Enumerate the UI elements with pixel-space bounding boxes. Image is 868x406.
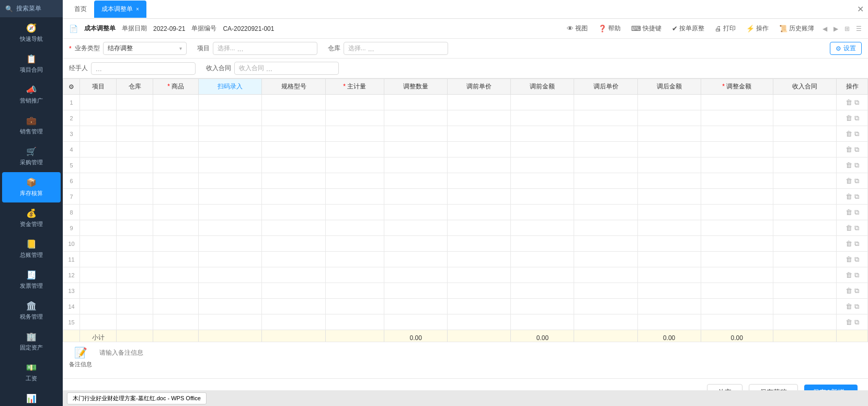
cell-8[interactable] bbox=[511, 110, 574, 126]
cell-10[interactable] bbox=[637, 299, 701, 314]
cell-4[interactable] bbox=[262, 142, 325, 157]
copy-icon[interactable]: ⧉ bbox=[854, 271, 859, 279]
cell-10[interactable] bbox=[637, 283, 701, 299]
cell-7[interactable] bbox=[448, 205, 511, 220]
cell-1[interactable] bbox=[117, 126, 153, 142]
cell-6[interactable] bbox=[384, 220, 448, 236]
cell-5[interactable] bbox=[325, 220, 384, 236]
sidebar-item-finance[interactable]: 💰资金管理 bbox=[2, 203, 61, 233]
cell-4[interactable] bbox=[262, 189, 325, 205]
nav-right-icon[interactable]: ▶ bbox=[833, 25, 838, 32]
cell-12[interactable] bbox=[773, 236, 836, 252]
cell-11[interactable] bbox=[701, 95, 773, 110]
cell-1[interactable] bbox=[117, 95, 153, 110]
cell-8[interactable] bbox=[511, 142, 574, 157]
cell-4[interactable] bbox=[262, 236, 325, 252]
cell-3[interactable] bbox=[199, 142, 262, 157]
cell-7[interactable] bbox=[448, 157, 511, 173]
cell-4[interactable] bbox=[262, 126, 325, 142]
copy-icon[interactable]: ⧉ bbox=[854, 177, 859, 185]
cell-12[interactable] bbox=[773, 314, 836, 330]
cell-1[interactable] bbox=[117, 189, 153, 205]
cell-8[interactable] bbox=[511, 205, 574, 220]
copy-icon[interactable]: ⧉ bbox=[854, 255, 859, 264]
cell-7[interactable] bbox=[448, 220, 511, 236]
notes-input[interactable] bbox=[97, 346, 862, 365]
cell-4[interactable] bbox=[262, 95, 325, 110]
cell-7[interactable] bbox=[448, 173, 511, 189]
delete-icon[interactable]: 🗑 bbox=[846, 98, 852, 107]
cell-11[interactable] bbox=[701, 267, 773, 283]
cell-1[interactable] bbox=[117, 220, 153, 236]
cell-11[interactable] bbox=[701, 142, 773, 157]
cell-1[interactable] bbox=[117, 267, 153, 283]
delete-icon[interactable]: 🗑 bbox=[846, 177, 852, 185]
cell-5[interactable] bbox=[325, 189, 384, 205]
view-btn[interactable]: 👁 视图 bbox=[565, 23, 590, 34]
cell-12[interactable] bbox=[773, 252, 836, 267]
cell-9[interactable] bbox=[574, 205, 637, 220]
delete-icon[interactable]: 🗑 bbox=[846, 302, 852, 311]
cell-3[interactable] bbox=[199, 157, 262, 173]
window-close-icon[interactable]: ✕ bbox=[857, 4, 864, 14]
cell-4[interactable] bbox=[262, 173, 325, 189]
cell-11[interactable] bbox=[701, 205, 773, 220]
cell-6[interactable] bbox=[384, 110, 448, 126]
cell-9[interactable] bbox=[574, 236, 637, 252]
cell-8[interactable] bbox=[511, 252, 574, 267]
cell-5[interactable] bbox=[325, 236, 384, 252]
cell-6[interactable] bbox=[384, 142, 448, 157]
tab-home[interactable]: 首页 bbox=[67, 1, 94, 18]
cell-2[interactable] bbox=[153, 142, 199, 157]
cell-2[interactable] bbox=[153, 220, 199, 236]
cell-6[interactable] bbox=[384, 236, 448, 252]
delete-icon[interactable]: 🗑 bbox=[846, 114, 852, 122]
cell-9[interactable] bbox=[574, 267, 637, 283]
cell-8[interactable] bbox=[511, 173, 574, 189]
sidebar-search[interactable]: 🔍 搜索菜单 bbox=[0, 0, 63, 17]
cell-12[interactable] bbox=[773, 142, 836, 157]
sidebar-item-assets[interactable]: 🏢固定资产 bbox=[2, 326, 61, 357]
cell-9[interactable] bbox=[574, 126, 637, 142]
view-toggle-icon[interactable]: ⊞ bbox=[844, 25, 850, 32]
cell-5[interactable] bbox=[325, 95, 384, 110]
cell-7[interactable] bbox=[448, 252, 511, 267]
cell-5[interactable] bbox=[325, 283, 384, 299]
copy-icon[interactable]: ⧉ bbox=[854, 98, 859, 107]
sidebar-item-ops-mgmt[interactable]: 📊经营管理 bbox=[2, 388, 61, 406]
cell-6[interactable] bbox=[384, 283, 448, 299]
copy-icon[interactable]: ⧉ bbox=[854, 240, 859, 248]
shortcut-btn[interactable]: ⌨ 快捷键 bbox=[629, 23, 664, 34]
cell-7[interactable] bbox=[448, 110, 511, 126]
cell-3[interactable] bbox=[199, 252, 262, 267]
cell-0[interactable] bbox=[80, 126, 117, 142]
cell-5[interactable] bbox=[325, 205, 384, 220]
cell-11[interactable] bbox=[701, 236, 773, 252]
copy-icon[interactable]: ⧉ bbox=[854, 114, 859, 122]
delete-icon[interactable]: 🗑 bbox=[846, 224, 852, 232]
sidebar-item-project-contract[interactable]: 📋项目合同 bbox=[2, 49, 61, 79]
delete-icon[interactable]: 🗑 bbox=[846, 287, 852, 295]
cell-6[interactable] bbox=[384, 205, 448, 220]
cell-12[interactable] bbox=[773, 205, 836, 220]
cell-1[interactable] bbox=[117, 157, 153, 173]
income-contract-input[interactable]: 收入合同 ... bbox=[234, 62, 339, 75]
cell-5[interactable] bbox=[325, 126, 384, 142]
cell-3[interactable] bbox=[199, 205, 262, 220]
cell-8[interactable] bbox=[511, 95, 574, 110]
delete-icon[interactable]: 🗑 bbox=[846, 145, 852, 154]
copy-icon[interactable]: ⧉ bbox=[854, 287, 859, 295]
cell-2[interactable] bbox=[153, 236, 199, 252]
print-btn[interactable]: 🖨 打印 bbox=[713, 23, 738, 34]
cell-5[interactable] bbox=[325, 157, 384, 173]
cell-4[interactable] bbox=[262, 299, 325, 314]
copy-icon[interactable]: ⧉ bbox=[854, 224, 859, 232]
cell-0[interactable] bbox=[80, 299, 117, 314]
cell-6[interactable] bbox=[384, 126, 448, 142]
cell-3[interactable] bbox=[199, 95, 262, 110]
cell-2[interactable] bbox=[153, 283, 199, 299]
cell-8[interactable] bbox=[511, 283, 574, 299]
sidebar-item-tax[interactable]: 🏛️税务管理 bbox=[2, 296, 61, 326]
copy-icon[interactable]: ⧉ bbox=[854, 145, 859, 154]
cell-9[interactable] bbox=[574, 157, 637, 173]
